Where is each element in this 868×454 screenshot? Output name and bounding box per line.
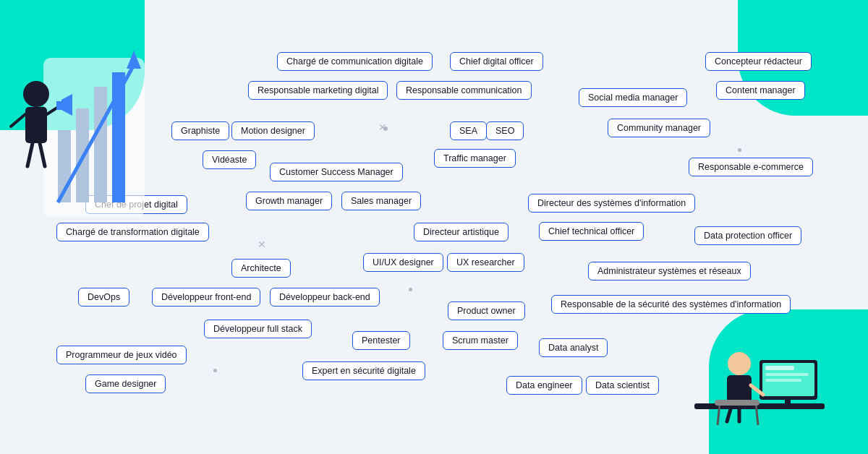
- decorative-cross-2: ✕: [258, 239, 266, 250]
- tag-uiux-designer: UI/UX designer: [363, 253, 443, 272]
- tag-dir-systemes: Directeur des systèmes d'information: [528, 194, 695, 213]
- tag-chief-technical: Chief technical officer: [539, 222, 644, 241]
- svg-line-9: [11, 114, 25, 127]
- tag-product-owner: Product owner: [448, 301, 525, 320]
- svg-line-13: [27, 143, 33, 166]
- tag-graphiste: Graphiste: [171, 121, 229, 140]
- svg-rect-18: [765, 366, 794, 370]
- svg-rect-21: [785, 400, 791, 406]
- tag-seo: SEO: [486, 121, 524, 140]
- tag-dev-backend: Développeur back-end: [270, 288, 380, 307]
- tag-charge-comm: Chargé de communication digitale: [277, 52, 433, 71]
- svg-point-23: [728, 352, 751, 375]
- tag-dev-frontend: Développeur front-end: [152, 288, 260, 307]
- tag-growth-manager: Growth manager: [246, 192, 332, 210]
- svg-rect-15: [694, 403, 825, 409]
- tag-videaste: Vidéaste: [203, 150, 256, 169]
- tag-community-manager: Community manager: [608, 119, 710, 137]
- tag-resp-comm: Responsable communication: [396, 81, 532, 100]
- tag-pentester: Pentester: [352, 331, 410, 350]
- tag-dev-fullstack: Développeur full stack: [204, 320, 312, 338]
- svg-rect-30: [715, 400, 760, 406]
- tag-sea: SEA: [450, 121, 487, 140]
- tag-admin-systemes: Administrateur systèmes et réseaux: [588, 262, 751, 280]
- tag-expert-securite: Expert en sécurité digitale: [302, 361, 425, 380]
- tag-traffic-manager: Traffic manager: [434, 149, 516, 168]
- svg-rect-22: [780, 406, 796, 408]
- tag-social-media: Social media manager: [579, 88, 687, 107]
- tag-resp-marketing: Responsable marketing digital: [248, 81, 388, 100]
- svg-rect-3: [94, 87, 107, 202]
- tag-architecte: Architecte: [231, 259, 291, 278]
- tag-motion-designer: Motion designer: [231, 121, 315, 140]
- tag-data-analyst: Data analyst: [539, 338, 608, 357]
- decorative-cross-1: ✕: [378, 121, 387, 133]
- tag-data-scientist: Data scientist: [586, 376, 659, 395]
- tag-data-engineer: Data engineer: [506, 376, 582, 395]
- tag-scrum-master: Scrum master: [443, 331, 518, 350]
- tag-ux-researcher: UX researcher: [447, 253, 524, 272]
- tag-dir-artistique: Directeur artistique: [414, 223, 509, 241]
- tag-game-designer: Game designer: [85, 374, 166, 393]
- tag-content-manager: Content manager: [716, 81, 805, 100]
- illustration-left: [0, 0, 159, 246]
- tag-chief-digital: Chief digital officer: [450, 52, 543, 71]
- svg-rect-20: [765, 379, 801, 382]
- svg-rect-8: [25, 107, 47, 143]
- illustration-right: [687, 302, 846, 447]
- tag-data-protection: Data protection officer: [694, 226, 801, 245]
- tag-devops: DevOps: [78, 288, 129, 307]
- decorative-dot-2: [738, 148, 741, 152]
- tag-customer-success: Customer Success Manager: [270, 163, 403, 181]
- svg-rect-12: [56, 101, 63, 110]
- svg-point-7: [23, 81, 49, 107]
- decorative-dot-4: [409, 288, 412, 291]
- tag-concepteur-redacteur: Concepteur rédacteur: [705, 52, 812, 71]
- tag-sales-manager: Sales manager: [341, 192, 421, 210]
- tag-programmeur-jeux: Programmeur de jeux vidéo: [56, 346, 187, 364]
- svg-rect-19: [765, 373, 809, 376]
- decorative-dot-3: [213, 369, 217, 372]
- tag-resp-ecommerce: Responsable e-commerce: [689, 158, 813, 176]
